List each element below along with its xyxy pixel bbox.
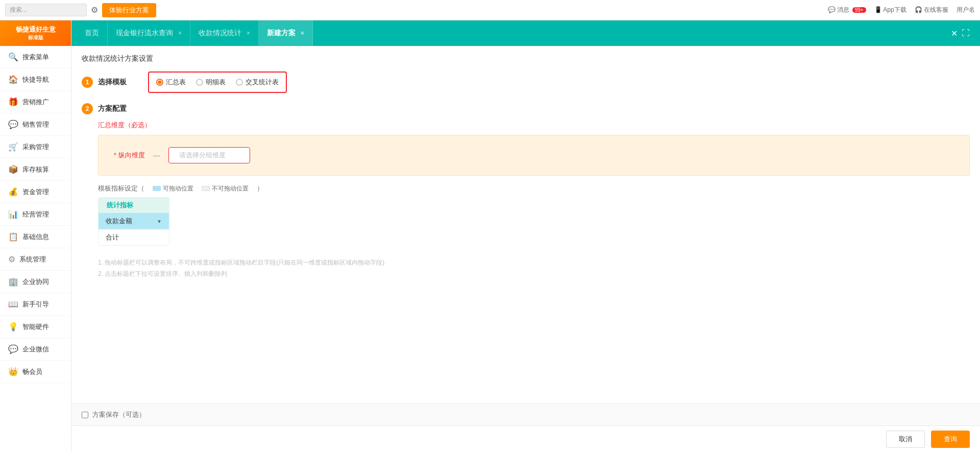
tab-home[interactable]: 首页	[77, 20, 108, 46]
tab-bar: 首页现金银行流水查询×收款情况统计×新建方案× ✕ ⛶	[71, 20, 980, 46]
save-section: 方案保存（可选）	[71, 403, 980, 425]
tip2: 2. 点击标题栏下拉可设置排序、插入列和删除列	[98, 269, 970, 280]
radio-label-summary: 汇总表	[166, 78, 186, 87]
sidebar-item-marketing[interactable]: 🎁营销推广	[0, 91, 71, 113]
notification-badge: 99+	[852, 7, 866, 13]
dimension-config: 汇总维度（必选） * 纵向维度 — 请选择分组维度	[82, 121, 970, 176]
top-bar: 搜索... ⚙ 体验行业方案 💬 消息 99+ 📱 App下载 🎧 在线客服 用…	[0, 0, 980, 20]
dimension-area: * 纵向维度 — 请选择分组维度	[98, 135, 970, 176]
corp-label: 企业协同	[22, 277, 49, 287]
radio-detail[interactable]: 明细表	[196, 78, 226, 87]
tab-new-plan[interactable]: 新建方案×	[259, 20, 313, 46]
member-icon: 👑	[8, 367, 18, 376]
operations-label: 经营管理	[22, 210, 49, 219]
dim-row: * 纵向维度 — 请选择分组维度	[114, 147, 250, 163]
footer-bar: 取消 查询	[71, 425, 980, 452]
close-window-btn[interactable]: ✕	[951, 29, 958, 38]
logo-text: 畅捷通好生意	[16, 25, 56, 34]
sidebar: 畅捷通好生意 标准版 🔍搜索菜单🏠快捷导航🎁营销推广💬销售管理🛒采购管理📦库存核…	[0, 20, 71, 452]
save-label: 方案保存（可选）	[92, 410, 145, 419]
radio-label-detail: 明细表	[206, 78, 226, 87]
sidebar-item-operations[interactable]: 📊经营管理	[0, 203, 71, 226]
dim-select[interactable]: 请选择分组维度	[168, 147, 250, 163]
gear-icon[interactable]: ⚙	[91, 5, 98, 15]
metrics-hint: 模板指标设定（ 可拖动位置 不可拖动位置 ）	[98, 184, 970, 193]
sidebar-items: 🔍搜索菜单🏠快捷导航🎁营销推广💬销售管理🛒采购管理📦库存核算💰资金管理📊经营管理…	[0, 46, 71, 383]
marketing-label: 营销推广	[22, 98, 49, 107]
content-area: 首页现金银行流水查询×收款情况统计×新建方案× ✕ ⛶ 收款情况统计方案设置 1…	[71, 20, 980, 452]
sidebar-item-base-info[interactable]: 📋基础信息	[0, 226, 71, 248]
tab-receipt-stat[interactable]: 收款情况统计×	[190, 20, 259, 46]
tab-bank-flow[interactable]: 现金银行流水查询×	[108, 20, 190, 46]
online-service[interactable]: 🎧 在线客服	[915, 6, 948, 14]
wechat-icon: 💬	[8, 344, 18, 354]
radio-cross[interactable]: 交叉统计表	[236, 78, 279, 87]
base-info-icon: 📋	[8, 232, 18, 242]
metrics-section: 模板指标设定（ 可拖动位置 不可拖动位置 ） 统计指标	[98, 184, 970, 247]
base-info-label: 基础信息	[22, 232, 49, 242]
sidebar-item-sys-mgmt[interactable]: ⚙系统管理	[0, 248, 71, 271]
hint-nodrag: 不可拖动位置	[202, 184, 249, 193]
industry-btn[interactable]: 体验行业方案	[102, 3, 156, 17]
smart-hw-icon: 💡	[8, 322, 18, 331]
sidebar-item-wechat[interactable]: 💬企业微信	[0, 338, 71, 361]
top-bar-left: 搜索... ⚙ 体验行业方案	[5, 3, 156, 17]
tab-bar-left: 首页现金银行流水查询×收款情况统计×新建方案×	[77, 20, 313, 46]
dim-row-label: * 纵向维度	[114, 151, 145, 160]
sidebar-item-guide[interactable]: 📖新手引导	[0, 293, 71, 316]
search-menu-icon: 🔍	[8, 52, 18, 62]
radio-summary[interactable]: 汇总表	[156, 78, 186, 87]
metrics-table: 统计指标 收款金额 ▼ 合计	[98, 197, 169, 246]
radio-circle-detail	[196, 79, 203, 86]
step2-badge: 2	[82, 103, 93, 114]
sidebar-item-sales[interactable]: 💬销售管理	[0, 113, 71, 136]
quick-nav-label: 快捷导航	[22, 75, 49, 84]
sys-mgmt-label: 系统管理	[19, 255, 46, 264]
operations-icon: 📊	[8, 209, 18, 219]
sidebar-item-inventory[interactable]: 📦库存核算	[0, 158, 71, 181]
cancel-button[interactable]: 取消	[886, 431, 925, 448]
main-layout: 畅捷通好生意 标准版 🔍搜索菜单🏠快捷导航🎁营销推广💬销售管理🛒采购管理📦库存核…	[0, 20, 980, 452]
guide-label: 新手引导	[22, 300, 49, 309]
user-info[interactable]: 用户名	[957, 6, 975, 14]
notification[interactable]: 💬 消息 99+	[828, 6, 866, 14]
purchase-label: 采购管理	[22, 142, 49, 152]
tip1: 1. 拖动标题栏可以调整布局，不可跨维度或指标区域拖动栏目字段(只能在同一维度或…	[98, 257, 970, 269]
sales-label: 销售管理	[22, 120, 49, 129]
smart-hw-label: 智能硬件	[22, 322, 49, 331]
tab-close-receipt-stat[interactable]: ×	[247, 30, 250, 37]
marketing-icon: 🎁	[8, 97, 18, 107]
sidebar-item-member[interactable]: 👑畅会员	[0, 361, 71, 383]
step2-header: 2 方案配置	[82, 103, 970, 114]
search-menu-label: 搜索菜单	[22, 53, 49, 62]
metrics-header: 统计指标	[99, 198, 169, 213]
cell-dropdown-icon[interactable]: ▼	[157, 219, 162, 224]
app-download[interactable]: 📱 App下载	[874, 6, 906, 14]
step2-label: 方案配置	[98, 104, 127, 113]
query-button[interactable]: 查询	[931, 431, 970, 448]
page-content: 收款情况统计方案设置 1 选择模板 汇总表明细表交叉统计表 2 方案配置	[71, 46, 980, 403]
expand-window-btn[interactable]: ⛶	[962, 29, 970, 38]
tab-close-bank-flow[interactable]: ×	[178, 30, 182, 37]
logo-sub: 标准版	[16, 34, 56, 41]
sidebar-item-finance[interactable]: 💰资金管理	[0, 181, 71, 203]
radio-circle-summary	[156, 79, 163, 86]
search-input[interactable]: 搜索...	[5, 4, 87, 16]
sidebar-item-quick-nav[interactable]: 🏠快捷导航	[0, 68, 71, 91]
sidebar-item-smart-hw[interactable]: 💡智能硬件	[0, 316, 71, 338]
quick-nav-icon: 🏠	[8, 75, 18, 84]
finance-icon: 💰	[8, 187, 18, 197]
tab-label-bank-flow: 现金银行流水查询	[116, 29, 173, 38]
sidebar-item-purchase[interactable]: 🛒采购管理	[0, 136, 71, 158]
save-checkbox[interactable]	[82, 412, 88, 418]
radio-label-cross: 交叉统计表	[246, 78, 279, 87]
corp-icon: 🏢	[8, 277, 18, 287]
step1-badge: 1	[82, 77, 93, 88]
tab-label-new-plan: 新建方案	[267, 29, 296, 38]
sidebar-item-corp[interactable]: 🏢企业协同	[0, 271, 71, 293]
radio-circle-cross	[236, 79, 243, 86]
sidebar-item-search-menu[interactable]: 🔍搜索菜单	[0, 46, 71, 68]
metrics-total: 合计	[99, 229, 169, 245]
tab-close-new-plan[interactable]: ×	[301, 30, 304, 37]
metrics-cell[interactable]: 收款金额 ▼	[99, 213, 169, 229]
